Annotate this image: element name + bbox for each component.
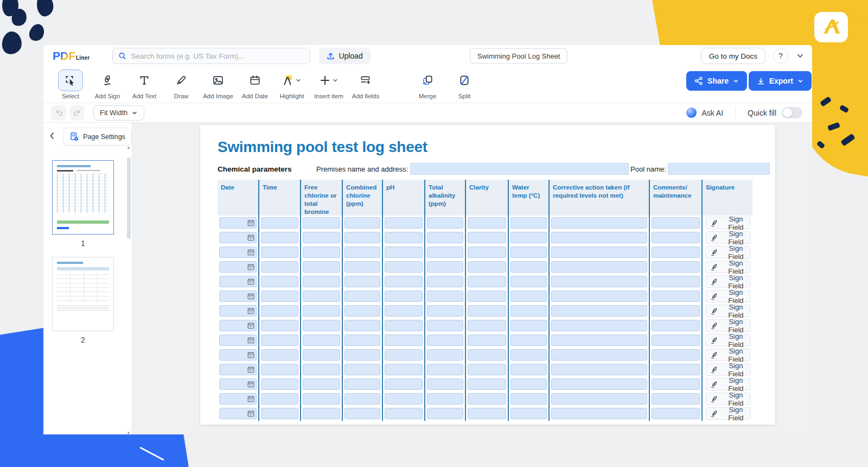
water-temp-input[interactable]: [510, 335, 547, 346]
total-alkalinity-input[interactable]: [427, 232, 463, 243]
total-alkalinity-input[interactable]: [427, 305, 463, 317]
share-button[interactable]: Share: [686, 71, 747, 91]
tool-draw[interactable]: Draw: [164, 70, 199, 99]
date-input[interactable]: [219, 305, 257, 317]
ph-input[interactable]: [385, 305, 423, 317]
date-input[interactable]: [219, 261, 257, 273]
combined-chlorine-input[interactable]: [344, 378, 380, 390]
ph-input[interactable]: [385, 378, 423, 390]
comments-input[interactable]: [652, 378, 700, 390]
ph-input[interactable]: [385, 276, 423, 287]
corrective-action-input[interactable]: [551, 247, 647, 258]
time-input[interactable]: [261, 217, 298, 229]
pool-name-input[interactable]: [668, 163, 770, 175]
tool-insert-item[interactable]: Insert item: [311, 70, 346, 99]
sign-field-button[interactable]: Sign Field: [705, 275, 751, 288]
free-chlorine-input[interactable]: [303, 217, 340, 229]
calendar-icon[interactable]: [247, 395, 254, 402]
search-bar[interactable]: [112, 48, 310, 64]
combined-chlorine-input[interactable]: [344, 408, 380, 419]
sign-field-button[interactable]: Sign Field: [705, 217, 751, 229]
calendar-icon[interactable]: [247, 263, 254, 270]
water-temp-input[interactable]: [510, 232, 547, 243]
date-input[interactable]: [219, 217, 257, 229]
clarity-input[interactable]: [468, 320, 506, 331]
time-input[interactable]: [261, 349, 298, 361]
corrective-action-input[interactable]: [551, 261, 647, 273]
ph-input[interactable]: [385, 217, 423, 229]
total-alkalinity-input[interactable]: [427, 291, 463, 302]
clarity-input[interactable]: [468, 378, 506, 390]
date-input[interactable]: [219, 247, 257, 258]
combined-chlorine-input[interactable]: [344, 305, 380, 317]
time-input[interactable]: [261, 408, 298, 419]
calendar-icon[interactable]: [247, 234, 254, 241]
page-thumbnail-1[interactable]: [52, 160, 114, 235]
corrective-action-input[interactable]: [551, 232, 647, 243]
ph-input[interactable]: [385, 393, 423, 405]
corrective-action-input[interactable]: [551, 217, 647, 229]
free-chlorine-input[interactable]: [303, 408, 340, 419]
free-chlorine-input[interactable]: [303, 349, 340, 361]
calendar-icon[interactable]: [247, 381, 254, 388]
total-alkalinity-input[interactable]: [427, 261, 463, 273]
clarity-input[interactable]: [468, 393, 506, 405]
export-button[interactable]: Export: [749, 71, 812, 91]
time-input[interactable]: [261, 305, 298, 317]
combined-chlorine-input[interactable]: [344, 291, 380, 302]
free-chlorine-input[interactable]: [303, 335, 340, 346]
comments-input[interactable]: [652, 232, 700, 243]
date-input[interactable]: [219, 378, 257, 390]
clarity-input[interactable]: [468, 247, 506, 258]
zoom-level-dropdown[interactable]: Fit Width: [93, 105, 144, 121]
water-temp-input[interactable]: [510, 291, 547, 302]
water-temp-input[interactable]: [510, 305, 547, 317]
free-chlorine-input[interactable]: [303, 364, 340, 375]
comments-input[interactable]: [652, 291, 700, 302]
free-chlorine-input[interactable]: [303, 291, 340, 302]
tool-add-text[interactable]: Add Text: [127, 70, 162, 99]
clarity-input[interactable]: [468, 305, 506, 317]
corrective-action-input[interactable]: [551, 291, 647, 302]
sign-field-button[interactable]: Sign Field: [705, 334, 751, 346]
tool-split[interactable]: Split: [447, 70, 482, 99]
combined-chlorine-input[interactable]: [344, 320, 380, 331]
tool-add-sign[interactable]: Add Sign: [90, 70, 125, 99]
date-input[interactable]: [219, 408, 257, 419]
sidebar-scrollbar[interactable]: [127, 157, 131, 239]
date-input[interactable]: [219, 335, 257, 346]
pdfliner-logo[interactable]: PDFLiner: [53, 49, 90, 62]
ph-input[interactable]: [385, 247, 423, 258]
total-alkalinity-input[interactable]: [427, 408, 463, 419]
account-menu-chevron[interactable]: [796, 52, 805, 60]
premises-input[interactable]: [410, 163, 629, 175]
calendar-icon[interactable]: [247, 278, 254, 285]
corrective-action-input[interactable]: [551, 335, 647, 346]
water-temp-input[interactable]: [510, 408, 547, 419]
time-input[interactable]: [261, 320, 298, 331]
clarity-input[interactable]: [468, 276, 506, 287]
sign-field-button[interactable]: Sign Field: [705, 290, 751, 302]
water-temp-input[interactable]: [510, 320, 547, 331]
calendar-icon[interactable]: [247, 249, 254, 256]
calendar-icon[interactable]: [247, 293, 254, 300]
time-input[interactable]: [261, 364, 298, 375]
time-input[interactable]: [261, 335, 298, 346]
time-input[interactable]: [261, 232, 298, 243]
comments-input[interactable]: [652, 349, 700, 361]
free-chlorine-input[interactable]: [303, 247, 340, 258]
tool-merge[interactable]: Merge: [410, 70, 445, 99]
free-chlorine-input[interactable]: [303, 320, 340, 331]
clarity-input[interactable]: [468, 217, 506, 229]
date-input[interactable]: [219, 320, 257, 331]
combined-chlorine-input[interactable]: [344, 217, 380, 229]
comments-input[interactable]: [652, 320, 700, 331]
corrective-action-input[interactable]: [551, 408, 647, 419]
sign-field-button[interactable]: Sign Field: [705, 246, 751, 258]
water-temp-input[interactable]: [510, 393, 547, 405]
calendar-icon[interactable]: [247, 219, 254, 226]
ph-input[interactable]: [385, 320, 423, 331]
document-title-field[interactable]: Swimming Pool Log Sheet: [470, 48, 567, 64]
collapse-sidebar-button[interactable]: [48, 131, 56, 142]
comments-input[interactable]: [652, 217, 700, 229]
